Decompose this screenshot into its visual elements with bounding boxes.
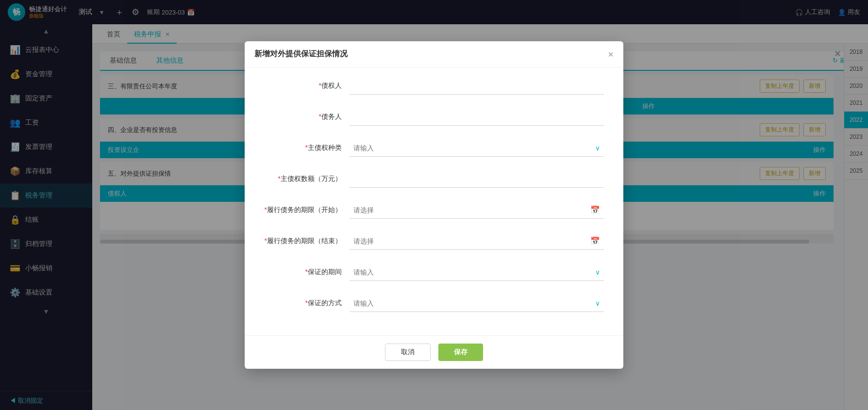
date-input-period-start[interactable] <box>350 201 604 219</box>
cancel-button[interactable]: 取消 <box>385 344 431 361</box>
select-wrap-guarantee-period: ∨ <box>350 263 604 281</box>
input-debt-amount[interactable] <box>350 170 604 188</box>
form-row-period-end: *履行债务的期限（结束） 📅 <box>264 232 604 250</box>
form-row-debt-type: *主债权种类 ∨ <box>264 139 604 157</box>
modal-dialog: 新增对外提供保证担保情况 × *债权人 *债务人 *主债权种类 <box>245 41 623 369</box>
form-row-debtor: *债务人 <box>264 108 604 126</box>
label-period-end: *履行债务的期限（结束） <box>264 237 342 246</box>
modal-footer: 取消 保存 <box>245 335 623 369</box>
select-guarantee-method[interactable] <box>350 295 604 312</box>
save-button[interactable]: 保存 <box>438 344 483 361</box>
select-wrap-debt-type: ∨ <box>350 139 604 157</box>
label-guarantee-method: *保证的方式 <box>264 299 342 308</box>
form-row-creditor: *债权人 <box>264 77 604 95</box>
modal-title: 新增对外提供保证担保情况 <box>254 49 348 59</box>
input-creditor[interactable] <box>350 77 604 95</box>
label-debt-type: *主债权种类 <box>264 144 342 152</box>
calendar-period-start-icon[interactable]: 📅 <box>590 205 600 214</box>
calendar-period-end-icon[interactable]: 📅 <box>590 236 600 246</box>
select-debt-type[interactable] <box>350 139 604 157</box>
date-wrap-period-start: 📅 <box>350 201 604 219</box>
label-period-start: *履行债务的期限（开始） <box>264 206 342 214</box>
modal-overlay: 新增对外提供保证担保情况 × *债权人 *债务人 *主债权种类 <box>0 0 868 410</box>
select-guarantee-period[interactable] <box>350 263 604 281</box>
date-input-period-end[interactable] <box>350 232 604 250</box>
label-creditor: *债权人 <box>264 82 342 90</box>
date-wrap-period-end: 📅 <box>350 232 604 250</box>
label-debtor: *债务人 <box>264 113 342 121</box>
input-debtor[interactable] <box>350 108 604 126</box>
form-row-guarantee-method: *保证的方式 ∨ <box>264 295 604 312</box>
modal-body: *债权人 *债务人 *主债权种类 ∨ <box>245 67 623 335</box>
select-wrap-guarantee-method: ∨ <box>350 295 604 312</box>
form-row-period-start: *履行债务的期限（开始） 📅 <box>264 201 604 219</box>
modal-close-btn[interactable]: × <box>608 49 614 59</box>
label-debt-amount: *主债权数额（万元） <box>264 175 342 183</box>
form-row-guarantee-period: *保证的期间 ∨ <box>264 263 604 281</box>
label-guarantee-period: *保证的期间 <box>264 268 342 277</box>
form-row-debt-amount: *主债权数额（万元） <box>264 170 604 188</box>
modal-header: 新增对外提供保证担保情况 × <box>245 41 623 67</box>
